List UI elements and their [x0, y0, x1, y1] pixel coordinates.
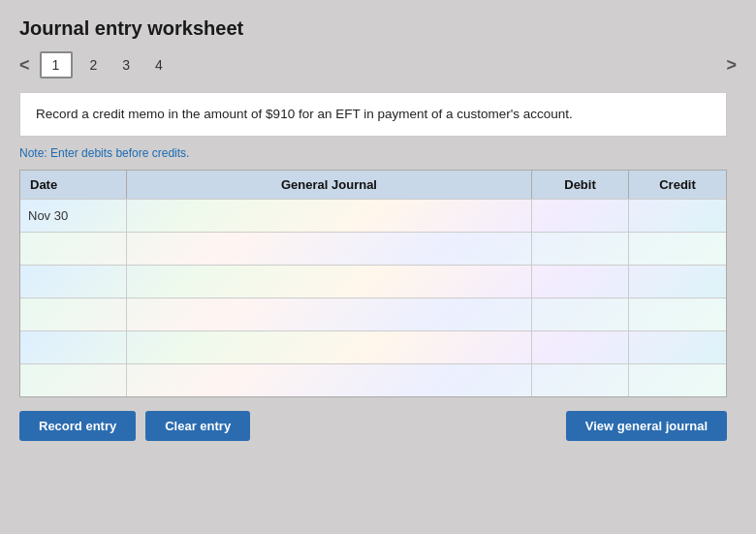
- table-row: [20, 330, 726, 363]
- buttons-row: Record entry Clear entry View general jo…: [19, 411, 727, 441]
- nav-tab-2[interactable]: 2: [82, 53, 106, 77]
- credit-cell-4[interactable]: [629, 298, 726, 330]
- clear-entry-button[interactable]: Clear entry: [145, 411, 250, 441]
- journal-cell-3[interactable]: [127, 266, 532, 298]
- nav-right-arrow[interactable]: >: [726, 55, 737, 76]
- credit-input-2[interactable]: [633, 236, 722, 262]
- journal-cell-1[interactable]: [127, 200, 532, 232]
- credit-cell-2[interactable]: [629, 233, 726, 265]
- debit-cell-6[interactable]: [532, 364, 629, 396]
- col-header-journal: General Journal: [127, 171, 532, 199]
- table-row: Nov 30: [20, 199, 726, 232]
- debit-input-3[interactable]: [536, 269, 624, 295]
- view-journal-button[interactable]: View general journal: [566, 411, 727, 441]
- journal-cell-5[interactable]: [127, 331, 532, 363]
- date-cell-1: Nov 30: [20, 200, 127, 232]
- debit-input-6[interactable]: [536, 368, 624, 393]
- table-row: [20, 265, 726, 298]
- journal-cell-4[interactable]: [127, 298, 532, 330]
- journal-cell-6[interactable]: [127, 364, 532, 396]
- col-header-credit: Credit: [629, 171, 726, 199]
- nav-row: < 1 2 3 4 >: [19, 51, 737, 79]
- debit-input-4[interactable]: [536, 302, 624, 328]
- description-box: Record a credit memo in the amount of $9…: [19, 92, 727, 137]
- note-text: Note: Enter debits before credits.: [19, 146, 737, 160]
- journal-input-6[interactable]: [131, 368, 527, 393]
- table-body: Nov 30: [20, 199, 726, 396]
- journal-input-5[interactable]: [131, 335, 527, 361]
- col-header-date: Date: [20, 171, 127, 199]
- journal-cell-2[interactable]: [127, 233, 532, 265]
- credit-cell-5[interactable]: [629, 331, 726, 363]
- debit-input-5[interactable]: [536, 335, 624, 361]
- nav-tab-4[interactable]: 4: [147, 53, 171, 77]
- date-cell-5: [20, 331, 127, 363]
- credit-input-3[interactable]: [633, 269, 722, 295]
- table-row: [20, 363, 726, 396]
- debit-cell-3[interactable]: [532, 266, 629, 298]
- credit-input-6[interactable]: [633, 368, 722, 393]
- journal-input-4[interactable]: [131, 302, 527, 328]
- nav-left-arrow[interactable]: <: [19, 55, 30, 76]
- credit-input-4[interactable]: [633, 302, 722, 328]
- credit-input-1[interactable]: [633, 204, 722, 229]
- credit-input-5[interactable]: [633, 335, 722, 361]
- table-header: Date General Journal Debit Credit: [20, 171, 726, 199]
- journal-table: Date General Journal Debit Credit Nov 30: [19, 170, 727, 397]
- date-cell-2: [20, 233, 127, 265]
- debit-input-1[interactable]: [536, 204, 624, 229]
- journal-input-2[interactable]: [131, 236, 527, 262]
- journal-input-1[interactable]: [131, 204, 527, 229]
- journal-input-3[interactable]: [131, 269, 527, 295]
- col-header-debit: Debit: [532, 171, 629, 199]
- record-entry-button[interactable]: Record entry: [19, 411, 136, 441]
- date-cell-6: [20, 364, 127, 396]
- nav-tab-1[interactable]: 1: [40, 51, 73, 79]
- credit-cell-1[interactable]: [629, 200, 726, 232]
- page-title: Journal entry worksheet: [19, 17, 737, 40]
- debit-cell-4[interactable]: [532, 298, 629, 330]
- nav-tab-3[interactable]: 3: [114, 53, 138, 77]
- debit-input-2[interactable]: [536, 236, 624, 262]
- debit-cell-2[interactable]: [532, 233, 629, 265]
- table-row: [20, 298, 726, 330]
- date-cell-3: [20, 266, 127, 298]
- credit-cell-6[interactable]: [629, 364, 726, 396]
- debit-cell-1[interactable]: [532, 200, 629, 232]
- debit-cell-5[interactable]: [532, 331, 629, 363]
- credit-cell-3[interactable]: [629, 266, 726, 298]
- table-row: [20, 232, 726, 265]
- date-cell-4: [20, 298, 127, 330]
